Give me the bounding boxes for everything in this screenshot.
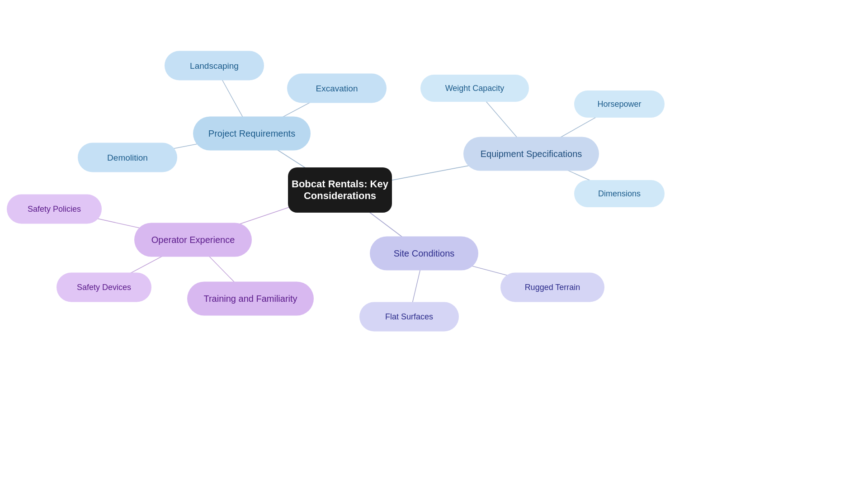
horsepower-label: Horsepower xyxy=(597,100,641,109)
demolition-node[interactable]: Demolition xyxy=(78,143,177,172)
safety-policies-label: Safety Policies xyxy=(28,205,81,214)
excavation-label: Excavation xyxy=(316,83,358,93)
project-requirements-label: Project Requirements xyxy=(208,128,295,139)
training-familiarity-node[interactable]: Training and Familiarity xyxy=(187,282,314,316)
center-node[interactable]: Bobcat Rentals: Key Considerations xyxy=(288,167,392,213)
safety-policies-node[interactable]: Safety Policies xyxy=(7,195,102,224)
training-familiarity-label: Training and Familiarity xyxy=(203,294,297,304)
project-requirements-node[interactable]: Project Requirements xyxy=(193,117,311,151)
site-conditions-node[interactable]: Site Conditions xyxy=(370,237,478,271)
safety-devices-node[interactable]: Safety Devices xyxy=(57,273,151,302)
rugged-terrain-node[interactable]: Rugged Terrain xyxy=(500,273,604,302)
landscaping-label: Landscaping xyxy=(190,61,239,71)
dimensions-label: Dimensions xyxy=(598,189,641,199)
safety-devices-label: Safety Devices xyxy=(77,283,131,292)
site-conditions-label: Site Conditions xyxy=(394,248,455,259)
weight-capacity-label: Weight Capacity xyxy=(445,84,505,93)
center-label: Bobcat Rentals: Key Considerations xyxy=(288,178,392,202)
equipment-specifications-label: Equipment Specifications xyxy=(481,149,582,159)
horsepower-node[interactable]: Horsepower xyxy=(574,90,665,118)
dimensions-node[interactable]: Dimensions xyxy=(574,180,665,207)
equipment-specifications-node[interactable]: Equipment Specifications xyxy=(463,137,599,171)
landscaping-node[interactable]: Landscaping xyxy=(165,51,264,81)
operator-experience-node[interactable]: Operator Experience xyxy=(134,223,252,257)
flat-surfaces-label: Flat Surfaces xyxy=(385,312,433,322)
excavation-node[interactable]: Excavation xyxy=(287,74,387,103)
flat-surfaces-node[interactable]: Flat Surfaces xyxy=(359,302,459,332)
rugged-terrain-label: Rugged Terrain xyxy=(525,283,580,292)
weight-capacity-node[interactable]: Weight Capacity xyxy=(420,75,529,102)
demolition-label: Demolition xyxy=(107,152,148,162)
operator-experience-label: Operator Experience xyxy=(151,235,235,245)
